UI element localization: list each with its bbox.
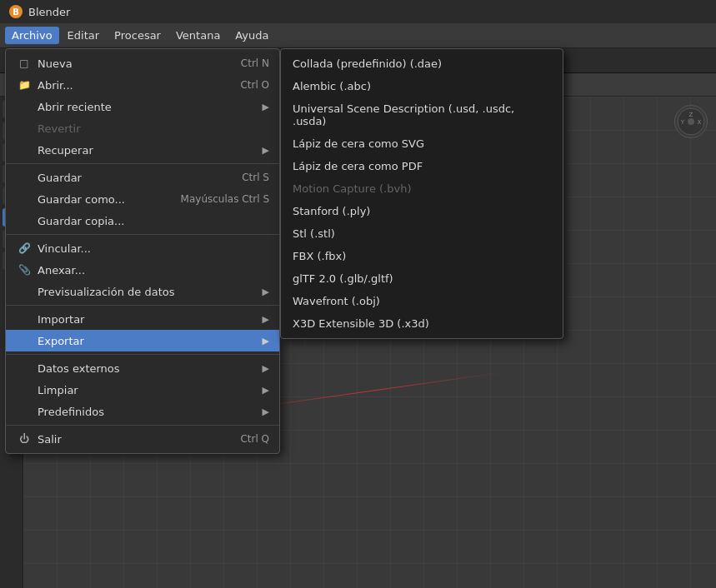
menu-vincular[interactable]: 🔗 Vincular... <box>6 237 279 259</box>
menubar: Archivo Editar Procesar Ventana Ayuda <box>0 23 716 48</box>
export-pdf[interactable]: Lápiz de cera como PDF <box>281 155 563 177</box>
sep-2 <box>6 234 279 235</box>
limpiar-label: Limpiar <box>38 384 78 396</box>
titlebar: B Blender <box>0 0 716 23</box>
menu-nueva[interactable]: □ Nueva Ctrl N <box>6 52 279 74</box>
svg-text:B: B <box>13 7 19 17</box>
guardar-como-label: Guardar como... <box>38 193 125 206</box>
importar-arrow: ▶ <box>263 314 269 325</box>
export-submenu: Collada (predefinido) (.dae) Alembic (.a… <box>280 48 563 339</box>
vincular-label: Vincular... <box>38 242 91 255</box>
nav-widget[interactable]: Z X Y <box>674 105 708 138</box>
exportar-arrow: ▶ <box>263 336 269 346</box>
exportar-icon <box>16 334 33 347</box>
nueva-shortcut: Ctrl N <box>241 57 269 69</box>
datos-externos-icon <box>16 361 33 375</box>
salir-shortcut: Ctrl Q <box>240 433 269 445</box>
abrir-reciente-icon <box>16 100 33 113</box>
menu-anexar[interactable]: 📎 Anexar... <box>6 259 279 281</box>
svg-point-13 <box>688 118 694 125</box>
export-alembic[interactable]: Alembic (.abc) <box>281 75 563 97</box>
svg-text:Z: Z <box>689 112 693 118</box>
app-title: Blender <box>28 6 70 18</box>
sep-3 <box>6 305 279 306</box>
previsualizacion-icon <box>16 285 33 298</box>
menu-exportar[interactable]: Exportar ▶ <box>6 330 279 351</box>
sep-4 <box>6 354 279 355</box>
svg-text:Y: Y <box>680 119 685 126</box>
abrir-icon: 📁 <box>16 78 33 92</box>
vincular-icon: 🔗 <box>16 242 33 255</box>
svg-text:X: X <box>698 119 702 126</box>
menu-ayuda[interactable]: Ayuda <box>228 27 275 44</box>
salir-icon: ⏻ <box>16 432 33 446</box>
export-collada[interactable]: Collada (predefinido) (.dae) <box>281 52 563 75</box>
nueva-icon: □ <box>16 57 33 70</box>
recuperar-arrow: ▶ <box>263 145 269 156</box>
guardar-copia-icon <box>16 214 33 227</box>
menu-salir[interactable]: ⏻ Salir Ctrl Q <box>6 428 279 450</box>
revertir-icon <box>16 122 33 135</box>
guardar-shortcut: Ctrl S <box>242 172 269 183</box>
menu-abrir[interactable]: 📁 Abrir... Ctrl O <box>6 74 279 96</box>
sep-1 <box>6 163 279 164</box>
export-stl[interactable]: Stl (.stl) <box>281 222 563 245</box>
predefinidos-arrow: ▶ <box>263 406 269 417</box>
guardar-label: Guardar <box>38 172 82 184</box>
blender-logo: B <box>8 4 23 19</box>
anexar-label: Anexar... <box>38 264 85 277</box>
guardar-como-icon <box>16 192 33 206</box>
abrir-shortcut: Ctrl O <box>240 79 269 91</box>
limpiar-icon <box>16 383 33 396</box>
guardar-icon <box>16 171 33 184</box>
nueva-label: Nueva <box>38 57 73 70</box>
export-wavefront[interactable]: Wavefront (.obj) <box>281 290 563 312</box>
previsualizacion-label: Previsualización de datos <box>38 286 174 298</box>
importar-label: Importar <box>38 313 84 326</box>
export-stanford[interactable]: Stanford (.ply) <box>281 200 563 222</box>
predefinidos-label: Predefinidos <box>38 406 104 418</box>
datos-externos-label: Datos externos <box>38 362 120 375</box>
guardar-copia-label: Guardar copia... <box>38 215 124 227</box>
menu-ventana[interactable]: Ventana <box>169 27 227 44</box>
recuperar-label: Recuperar <box>38 144 93 157</box>
export-fbx[interactable]: FBX (.fbx) <box>281 245 563 267</box>
menu-guardar-copia[interactable]: Guardar copia... <box>6 210 279 232</box>
abrir-label: Abrir... <box>38 79 73 92</box>
salir-label: Salir <box>38 433 62 446</box>
exportar-label: Exportar <box>38 335 84 347</box>
predefinidos-icon <box>16 405 33 418</box>
menu-archivo[interactable]: Archivo <box>5 27 59 44</box>
abrir-reciente-arrow: ▶ <box>263 102 269 112</box>
export-svg[interactable]: Lápiz de cera como SVG <box>281 132 563 155</box>
menu-importar[interactable]: Importar ▶ <box>6 308 279 330</box>
importar-icon <box>16 312 33 326</box>
export-x3d[interactable]: X3D Extensible 3D (.x3d) <box>281 312 563 335</box>
datos-externos-arrow: ▶ <box>263 363 269 374</box>
menu-guardar-como[interactable]: Guardar como... Mayúsculas Ctrl S <box>6 188 279 210</box>
menu-recuperar[interactable]: Recuperar ▶ <box>6 139 279 161</box>
menu-predefinidos[interactable]: Predefinidos ▶ <box>6 401 279 422</box>
menu-previsualizacion[interactable]: Previsualización de datos ▶ <box>6 281 279 302</box>
sep-5 <box>6 425 279 426</box>
recuperar-icon <box>16 143 33 157</box>
limpiar-arrow: ▶ <box>263 385 269 396</box>
menu-abrir-reciente[interactable]: Abrir reciente ▶ <box>6 96 279 117</box>
menu-guardar[interactable]: Guardar Ctrl S <box>6 167 279 188</box>
anexar-icon: 📎 <box>16 263 33 277</box>
export-gltf[interactable]: glTF 2.0 (.glb/.gltf) <box>281 267 563 290</box>
export-motion-capture: Motion Capture (.bvh) <box>281 177 563 200</box>
revertir-label: Revertir <box>38 122 81 135</box>
menu-procesar[interactable]: Procesar <box>108 27 168 44</box>
menu-editar[interactable]: Editar <box>61 27 107 44</box>
archivo-menu: □ Nueva Ctrl N 📁 Abrir... Ctrl O Abrir r… <box>5 48 280 454</box>
guardar-como-shortcut: Mayúsculas Ctrl S <box>181 193 269 205</box>
abrir-reciente-label: Abrir reciente <box>38 101 112 113</box>
menu-datos-externos[interactable]: Datos externos ▶ <box>6 357 279 379</box>
menu-revertir: Revertir <box>6 117 279 139</box>
previsualizacion-arrow: ▶ <box>263 287 269 297</box>
menu-limpiar[interactable]: Limpiar ▶ <box>6 379 279 401</box>
export-usd[interactable]: Universal Scene Description (.usd, .usdc… <box>281 97 563 132</box>
